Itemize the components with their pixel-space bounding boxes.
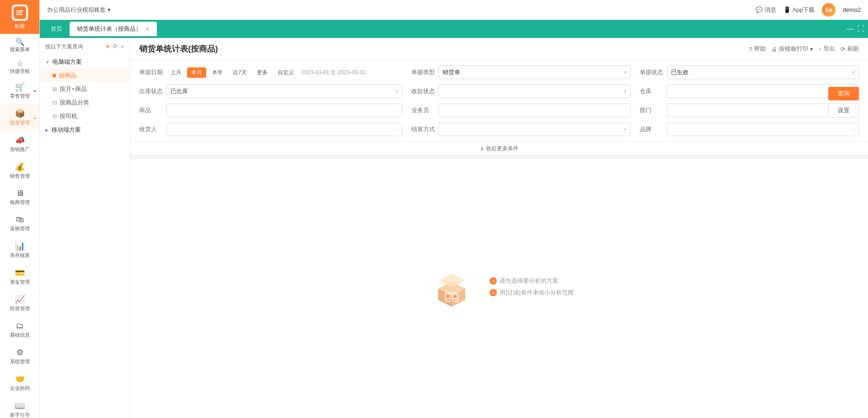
goods-control[interactable]: ··· <box>166 104 402 117</box>
department-field: 部门 ▾ <box>640 104 859 117</box>
payment-method-label: 结算方式 <box>411 125 439 133</box>
receipt-status-label: 收款状态 <box>411 87 439 95</box>
collapse-panel-btn[interactable]: « <box>121 43 124 51</box>
industry-selector[interactable]: 办公用品行业模拟账套 ▾ <box>47 6 111 14</box>
sidebar-item-retail[interactable]: 🛒 零售管理 <box>0 77 39 104</box>
sidebar-item-basic-label: 基础信息 <box>10 332 30 338</box>
hint1-num: ① <box>490 277 497 285</box>
guide-icon: 📖 <box>15 401 25 411</box>
brand-more-icon: ··· <box>853 126 855 133</box>
sidebar-search[interactable]: 🔍 搜索菜单 <box>0 34 39 57</box>
tab-report[interactable]: 销货单统计表（按商品） ✕ <box>70 22 157 36</box>
sidebar-nav[interactable]: ☆ 快捷导航 <box>0 57 39 77</box>
right-panel: 销货单统计表(按商品) ? 帮助 🖨 按模板打印 ▾ ↑ <box>130 38 868 418</box>
user-avatar[interactable]: Ea <box>822 3 835 17</box>
filter-row-3: 商品 ··· 业务员 ··· <box>139 104 859 117</box>
main: 办公用品行业模拟账套 ▾ 💬 消息 📱 App下载 Ea demo2 首页 销货… <box>40 0 868 418</box>
recipient-label: 收货人 <box>139 125 166 133</box>
refresh-btn[interactable]: ⟳ 刷新 <box>840 45 859 53</box>
sidebar-item-purchase-label: 采购管理 <box>10 225 30 232</box>
app-download-icon: 📱 <box>783 6 791 13</box>
sidebar-item-purchase[interactable]: 🛍 采购管理 <box>0 210 39 237</box>
print-arrow: ▾ <box>810 46 813 52</box>
date-tab-custom[interactable]: 自定义 <box>274 67 298 78</box>
date-tab-last-month[interactable]: 上月 <box>166 67 185 78</box>
date-tab-7days[interactable]: 近7天 <box>229 67 251 78</box>
payment-method-field: 结算方式 ▾ <box>411 123 631 136</box>
tree-child-by-goods[interactable]: 按商品 <box>40 69 130 82</box>
date-filter-label: 单据日期 <box>139 68 166 76</box>
sidebar-item-finance[interactable]: 💳 资金管理 <box>0 263 39 290</box>
sidebar-item-system-label: 系统管理 <box>10 358 30 365</box>
tree-section: ▼ 电脑端方案 按商品 ⊞ 按月+商品 ⊟ 按商品分类 ⊟ 按司机 <box>40 53 130 138</box>
message-icon: 💬 <box>755 6 763 13</box>
industry-label: 办公用品行业模拟账套 <box>47 6 106 14</box>
sidebar-item-guide[interactable]: 📖 新手引导 <box>0 396 39 418</box>
query-button[interactable]: 查询 <box>828 87 859 100</box>
payment-method-control[interactable]: ▾ <box>439 123 631 136</box>
retail-icon: 🛒 <box>15 82 25 92</box>
tree-child-by-month-goods[interactable]: ⊞ 按月+商品 <box>40 82 130 96</box>
collapse-conditions-btn[interactable]: ∧ 收起更多条件 <box>480 145 519 152</box>
tree-mobile-parent[interactable]: ▶ 移动端方案 <box>40 123 130 137</box>
message-btn[interactable]: 💬 消息 <box>755 6 776 14</box>
date-tab-this-month[interactable]: 本月 <box>187 67 206 78</box>
sidebar-item-operation[interactable]: 📈 经营管理 <box>0 290 39 317</box>
tree-pc-parent[interactable]: ▼ 电脑端方案 <box>40 55 130 69</box>
hint2-num: ② <box>490 289 497 296</box>
recipient-field: 收货人 ··· <box>139 123 402 136</box>
user-name: demo2 <box>843 6 861 13</box>
by-category-label: 按商品分类 <box>60 99 89 107</box>
sidebar-item-inventory-label: 库存核算 <box>10 252 30 259</box>
salesperson-control[interactable]: ··· <box>439 104 631 117</box>
tree-child-by-category[interactable]: ⊟ 按商品分类 <box>40 96 130 109</box>
empty-state-inner: ① 请先选择要分析的方案 ② 用[过滤]条件来缩小分析范围 <box>425 261 573 316</box>
add-scheme-btn[interactable]: + <box>106 43 110 51</box>
basic-icon: 🗂 <box>16 321 24 331</box>
export-btn[interactable]: ↑ 导出 <box>819 45 835 53</box>
sidebar-item-basic[interactable]: 🗂 基础信息 <box>0 317 39 343</box>
sidebar-item-wholesale[interactable]: 📦 批发管理 <box>0 104 39 131</box>
message-label: 消息 <box>764 6 776 14</box>
tab-report-close[interactable]: ✕ <box>145 26 150 32</box>
doc-status-control[interactable]: 已生效 ▾ <box>667 66 859 79</box>
industry-arrow: ▾ <box>108 6 111 13</box>
doc-status-value: 已生效 <box>671 68 689 76</box>
sidebar-item-enterprise[interactable]: 🤝 企业协同 <box>0 370 39 396</box>
window-minimize-btn[interactable]: — <box>846 25 854 33</box>
topbar-right: 💬 消息 📱 App下载 Ea demo2 <box>755 3 861 17</box>
mobile-tree-arrow: ▶ <box>45 128 49 133</box>
out-status-control[interactable]: 已出库 ▾ <box>166 85 402 98</box>
date-tab-this-year[interactable]: 本年 <box>208 67 227 78</box>
settings-button[interactable]: 设置 <box>828 103 859 118</box>
sidebar-item-system[interactable]: ⚙ 系统管理 <box>0 343 39 370</box>
doc-type-control[interactable]: 销货单 ▾ <box>439 66 631 79</box>
system-icon: ⚙ <box>16 347 24 357</box>
sidebar-item-guide-label: 新手引导 <box>10 412 30 418</box>
page-header-top: 销货单统计表(按商品) ? 帮助 🖨 按模板打印 ▾ ↑ <box>139 43 859 54</box>
doc-type-dropdown-icon: ▾ <box>624 69 627 76</box>
receipt-status-control[interactable]: ▾ <box>439 85 631 98</box>
tree-child-by-supplier[interactable]: ⊟ 按司机 <box>40 109 130 123</box>
svg-point-9 <box>454 295 457 298</box>
app-download-btn[interactable]: 📱 App下载 <box>783 6 815 14</box>
window-maximize-btn[interactable]: ⛶ <box>857 25 864 33</box>
action-buttons: 查询 设置 <box>828 87 859 118</box>
purchase-icon: 🛍 <box>16 215 24 224</box>
sidebar-item-inventory[interactable]: 📊 库存核算 <box>0 237 39 263</box>
help-btn[interactable]: ? 帮助 <box>749 45 765 53</box>
sidebar-item-marketing[interactable]: 📣 营销推广 <box>0 131 39 157</box>
tab-home[interactable]: 首页 <box>43 22 70 36</box>
recipient-control[interactable]: ··· <box>166 123 402 136</box>
sidebar-item-ecommerce[interactable]: 🖥 电商管理 <box>0 184 39 210</box>
date-tab-more[interactable]: 更多 <box>253 67 272 78</box>
doc-type-value: 销货单 <box>443 68 460 76</box>
logo-icon <box>12 5 28 21</box>
empty-hint-2: ② 用[过滤]条件来缩小分析范围 <box>490 289 573 297</box>
refresh-scheme-btn[interactable]: ⟳ <box>113 43 118 51</box>
print-btn[interactable]: 🖨 按模板打印 ▾ <box>771 45 813 53</box>
sidebar-item-wholesale-label: 批发管理 <box>10 119 30 126</box>
sidebar-item-sales[interactable]: 💰 销售管理 <box>0 157 39 184</box>
doc-type-label: 单据类型 <box>411 68 439 76</box>
brand-control[interactable]: ··· <box>667 123 859 136</box>
